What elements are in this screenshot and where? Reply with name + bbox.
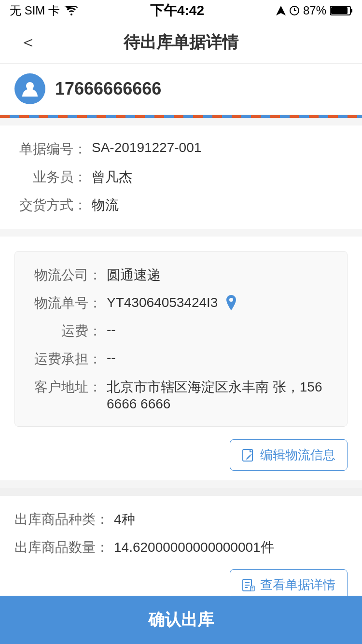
battery-text: 87%	[303, 4, 326, 17]
goods-types-row: 出库商品种类： 4种	[14, 505, 348, 533]
goods-quantity-row: 出库商品数量： 14.62000000000000001件	[14, 533, 348, 561]
customer-header: 17666666666	[0, 64, 362, 114]
status-time: 下午4:42	[150, 1, 204, 20]
confirm-button-label: 确认出库	[148, 609, 214, 631]
svg-rect-4	[350, 9, 352, 13]
view-details-label: 查看单据详情	[260, 576, 335, 593]
address-label: 客户地址：	[29, 378, 107, 396]
svg-rect-13	[251, 586, 254, 591]
dashed-divider	[0, 115, 362, 118]
user-icon	[20, 79, 40, 98]
wifi-icon	[65, 6, 78, 15]
edit-logistics-label: 编辑物流信息	[260, 447, 335, 463]
order-no-label: 单据编号：	[14, 140, 92, 158]
company-label: 物流公司：	[29, 266, 107, 284]
freight-bear-value: --	[107, 350, 333, 365]
view-details-container: 查看单据详情	[14, 561, 348, 601]
freight-bear-row: 运费承担： --	[29, 345, 333, 373]
svg-rect-5	[331, 7, 348, 14]
status-bar: 无 SIM 卡 下午4:42 87%	[0, 0, 362, 21]
section-divider	[0, 488, 362, 496]
salesman-label: 业务员：	[14, 168, 92, 186]
customer-phone: 17666666666	[55, 79, 161, 99]
avatar	[14, 73, 45, 104]
goods-types-value: 4种	[114, 510, 348, 529]
freight-value: --	[107, 322, 333, 337]
doc-icon	[242, 578, 255, 592]
salesman-value: 曾凡杰	[92, 168, 348, 186]
goods-quantity-label: 出库商品数量：	[14, 538, 114, 557]
clock-icon	[290, 6, 299, 15]
tracking-row: 物流单号： YT43064053424I3	[29, 289, 333, 317]
goods-quantity-value: 14.62000000000000001件	[114, 538, 348, 557]
address-row: 客户地址： 北京市市辖区海淀区永丰南 张，156 6666 6666	[29, 373, 333, 417]
goods-types-label: 出库商品种类：	[14, 510, 114, 529]
salesman-row: 业务员： 曾凡杰	[14, 163, 348, 191]
address-value: 北京市市辖区海淀区永丰南 张，156 6666 6666	[107, 378, 333, 412]
company-value: 圆通速递	[107, 266, 333, 284]
freight-bear-label: 运费承担：	[29, 350, 107, 368]
tracking-location-icon[interactable]	[223, 294, 240, 311]
tracking-number: YT43064053424I3	[107, 295, 218, 310]
page-title: 待出库单据详情	[124, 31, 238, 54]
nav-bar: ＜ 待出库单据详情	[0, 21, 362, 64]
order-no-row: 单据编号： SA-20191227-001	[14, 135, 348, 163]
back-button[interactable]: ＜	[14, 26, 42, 59]
goods-section: 出库商品种类： 4种 出库商品数量： 14.62000000000000001件…	[0, 496, 362, 610]
basic-info-section: 单据编号： SA-20191227-001 业务员： 曾凡杰 交货方式： 物流	[0, 126, 362, 229]
freight-row: 运费： --	[29, 317, 333, 345]
logistics-card: 物流公司： 圆通速递 物流单号： YT43064053424I3 运费： -- …	[14, 251, 348, 427]
company-row: 物流公司： 圆通速递	[29, 261, 333, 289]
delivery-value: 物流	[92, 196, 348, 214]
status-left: 无 SIM 卡	[10, 3, 78, 18]
edit-logistics-button[interactable]: 编辑物流信息	[230, 439, 348, 471]
location-arrow-icon	[276, 6, 286, 15]
edit-logistics-container: 编辑物流信息	[14, 432, 348, 471]
confirm-bar[interactable]: 确认出库	[0, 596, 362, 644]
edit-icon	[242, 448, 255, 462]
svg-point-6	[26, 82, 34, 90]
freight-label: 运费：	[29, 322, 107, 340]
tracking-value: YT43064053424I3	[107, 294, 333, 311]
delivery-label: 交货方式：	[14, 196, 92, 214]
order-no-value: SA-20191227-001	[92, 140, 348, 155]
tracking-label: 物流单号：	[29, 294, 107, 312]
battery-icon	[330, 5, 352, 16]
logistics-section: 物流公司： 圆通速递 物流单号： YT43064053424I3 运费： -- …	[0, 237, 362, 480]
svg-line-8	[249, 454, 251, 457]
carrier-text: 无 SIM 卡	[10, 3, 60, 18]
status-right: 87%	[276, 4, 352, 17]
delivery-row: 交货方式： 物流	[14, 191, 348, 219]
